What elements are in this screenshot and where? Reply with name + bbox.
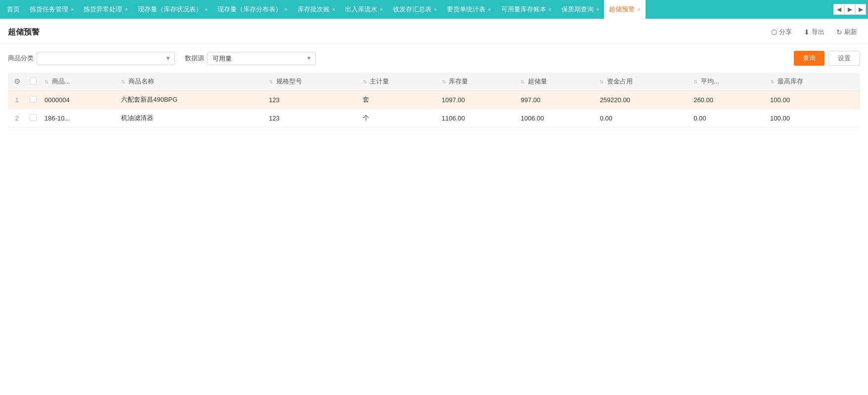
nav-item-home[interactable]: 首页	[2, 0, 25, 19]
page-container: 超储预警 ⬡ 分享 ⬇ 导出 ↻ 刷新 商品分类 ▼	[0, 19, 868, 395]
sort-icon: ⇅	[770, 79, 774, 84]
table-row: 1 0000004 六配套新昌490BPG 123 套 1097.00 997.…	[8, 91, 860, 109]
row-checkbox[interactable]	[30, 96, 37, 103]
share-icon: ⬡	[771, 28, 777, 36]
close-icon[interactable]: ×	[125, 6, 128, 12]
row-spec: 123	[265, 91, 359, 109]
top-nav: 首页 拣货任务管理 × 拣货异常处理 × 现存量（库存状况表） × 现存量（库存…	[0, 0, 868, 19]
row-avg: 0.00	[690, 109, 766, 127]
close-icon[interactable]: ×	[332, 6, 335, 12]
row-stock: 1097.00	[438, 91, 517, 109]
row-unit: 个	[359, 109, 438, 127]
sort-icon: ⇅	[269, 79, 273, 84]
row-maxstock: 100.00	[766, 91, 860, 109]
filter-area: 商品分类 ▼ 数据源 可用量 ▼ 查询 设置	[0, 44, 868, 73]
row-stock: 1106.00	[438, 109, 517, 127]
row-maxstock: 100.00	[766, 109, 860, 127]
table-body: 1 0000004 六配套新昌490BPG 123 套 1097.00 997.…	[8, 91, 860, 127]
row-checkbox[interactable]	[30, 114, 37, 121]
datasource-label: 数据源	[185, 54, 204, 63]
row-capital: 0.00	[596, 109, 690, 127]
row-num: 2	[8, 109, 26, 127]
datasource-select-wrapper: 可用量 ▼	[207, 52, 316, 65]
sort-icon: ⇅	[44, 79, 48, 84]
close-icon[interactable]: ×	[71, 6, 74, 12]
col-settings: ⚙	[8, 73, 26, 91]
row-checkbox-cell	[26, 91, 41, 109]
close-icon[interactable]: ×	[488, 6, 491, 12]
sort-icon: ⇅	[442, 79, 446, 84]
row-avg: 260.00	[690, 91, 766, 109]
close-icon[interactable]: ×	[380, 6, 383, 12]
nav-item-stock-status[interactable]: 现存量（库存状况表） ×	[133, 0, 213, 19]
page-title: 超储预警	[8, 27, 40, 38]
table-container: ⚙ ⇅ 商品... ⇅ 商品名称 ⇅ 规格型号	[0, 73, 868, 127]
gear-icon[interactable]: ⚙	[14, 77, 20, 85]
nav-item-order-stat[interactable]: 要货单统计表 ×	[442, 0, 496, 19]
nav-item-stock-dist[interactable]: 现存量（库存分布表） ×	[213, 0, 292, 19]
nav-prev-arrow[interactable]: ◀	[833, 4, 844, 15]
nav-extra-arrow[interactable]: ▶	[855, 4, 866, 15]
category-select[interactable]	[37, 52, 175, 65]
refresh-button[interactable]: ↻ 刷新	[833, 26, 860, 39]
col-maxstock[interactable]: ⇅ 最高库存	[766, 73, 860, 91]
category-filter: 商品分类 ▼	[8, 52, 175, 65]
datasource-filter: 数据源 可用量 ▼	[185, 52, 316, 65]
sort-icon: ⇅	[694, 79, 697, 84]
col-checkbox	[26, 73, 41, 91]
close-icon[interactable]: ×	[549, 6, 552, 12]
col-spec[interactable]: ⇅ 规格型号	[265, 73, 359, 91]
row-num: 1	[8, 91, 26, 109]
close-icon[interactable]: ×	[434, 6, 437, 12]
row-name: 机油滤清器	[117, 109, 265, 127]
row-capital: 259220.00	[596, 91, 690, 109]
row-unit: 套	[359, 91, 438, 109]
row-name: 六配套新昌490BPG	[117, 91, 265, 109]
nav-item-abnormal[interactable]: 拣货异常处理 ×	[79, 0, 132, 19]
row-overstock: 997.00	[517, 91, 596, 109]
sort-icon: ⇅	[363, 79, 367, 84]
export-icon: ⬇	[804, 28, 810, 36]
datasource-select[interactable]: 可用量	[207, 52, 316, 65]
nav-item-quality[interactable]: 保质期查询 ×	[557, 0, 604, 19]
data-table: ⚙ ⇅ 商品... ⇅ 商品名称 ⇅ 规格型号	[8, 73, 860, 127]
close-icon[interactable]: ×	[637, 6, 640, 12]
category-label: 商品分类	[8, 54, 34, 63]
nav-item-flow[interactable]: 出入库流水 ×	[340, 0, 388, 19]
sort-icon: ⇅	[121, 79, 125, 84]
page-header: 超储预警 ⬡ 分享 ⬇ 导出 ↻ 刷新	[0, 19, 868, 44]
select-all-checkbox[interactable]	[30, 78, 37, 84]
row-code: 186-10...	[41, 109, 117, 127]
col-capital[interactable]: ⇅ 资金占用	[596, 73, 690, 91]
header-actions: ⬡ 分享 ⬇ 导出 ↻ 刷新	[768, 26, 860, 39]
table-header-row: ⚙ ⇅ 商品... ⇅ 商品名称 ⇅ 规格型号	[8, 73, 860, 91]
nav-item-available[interactable]: 可用量库存账本 ×	[496, 0, 557, 19]
sort-icon: ⇅	[521, 79, 524, 84]
close-icon[interactable]: ×	[284, 6, 287, 12]
table-row: 2 186-10... 机油滤清器 123 个 1106.00 1006.00 …	[8, 109, 860, 127]
close-icon[interactable]: ×	[205, 6, 208, 12]
nav-item-task[interactable]: 拣货任务管理 ×	[25, 0, 79, 19]
row-code: 0000004	[41, 91, 117, 109]
settings-button[interactable]: 设置	[828, 51, 860, 66]
nav-item-batch[interactable]: 库存批次账 ×	[293, 0, 340, 19]
share-button[interactable]: ⬡ 分享	[768, 26, 795, 39]
col-unit[interactable]: ⇅ 主计量	[359, 73, 438, 91]
col-code[interactable]: ⇅ 商品...	[41, 73, 117, 91]
col-stock[interactable]: ⇅ 库存量	[438, 73, 517, 91]
col-name[interactable]: ⇅ 商品名称	[117, 73, 265, 91]
close-icon[interactable]: ×	[596, 6, 599, 12]
row-checkbox-cell	[26, 109, 41, 127]
col-avg[interactable]: ⇅ 平均...	[690, 73, 766, 91]
row-spec: 123	[265, 109, 359, 127]
query-button[interactable]: 查询	[794, 51, 825, 66]
category-select-wrapper: ▼	[37, 52, 175, 65]
nav-next-arrow[interactable]: ▶	[844, 4, 855, 15]
export-button[interactable]: ⬇ 导出	[801, 26, 827, 39]
nav-item-overstock[interactable]: 超储预警 ×	[604, 0, 645, 19]
row-overstock: 1006.00	[517, 109, 596, 127]
filter-actions: 查询 设置	[794, 51, 860, 66]
refresh-icon: ↻	[836, 28, 842, 36]
nav-item-summary[interactable]: 收发存汇总表 ×	[388, 0, 442, 19]
col-overstock[interactable]: ⇅ 超储量	[517, 73, 596, 91]
